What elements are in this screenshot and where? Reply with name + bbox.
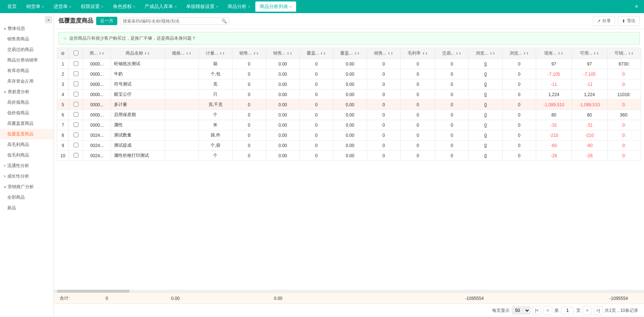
nav-tab-home[interactable]: 首页 — [3, 1, 21, 12]
th-sales-qty[interactable]: 销售... ⬆⬇ — [232, 48, 266, 59]
row-checkbox[interactable] — [69, 79, 83, 90]
th-settings[interactable]: ⚙ — [57, 48, 69, 59]
nav-tab-permission[interactable]: 权限设置 × — [76, 1, 108, 12]
sidebar-item-in-stock[interactable]: 有库存商品 — [0, 66, 54, 76]
th-cover2[interactable]: 覆盖... ⬆⬇ — [333, 48, 367, 59]
select-all-checkbox[interactable] — [74, 51, 78, 55]
th-gross-rate[interactable]: 毛利率 ⬆⬇ — [401, 48, 435, 59]
sidebar-item-low-coverage[interactable]: 低覆盖度商品 — [0, 129, 54, 139]
close-icon[interactable]: × — [42, 5, 44, 9]
sidebar-item-traded-goods[interactable]: 交易过的商品 — [0, 44, 54, 55]
search-icon[interactable]: 🔍 — [221, 19, 227, 24]
row-checkbox[interactable] — [69, 90, 83, 100]
sidebar-item-high-value[interactable]: 高价值商品 — [0, 97, 54, 108]
page-number-input[interactable] — [561, 307, 574, 314]
row-checkbox[interactable] — [69, 59, 83, 69]
close-icon[interactable]: × — [290, 5, 292, 9]
th-current-stock[interactable]: 现有... ⬆⬇ — [536, 48, 572, 59]
export-button[interactable]: ⬆ 导出 — [618, 16, 640, 26]
th-name[interactable]: 商品名称 ⬆⬇ — [111, 48, 165, 59]
row-checkbox[interactable] — [69, 100, 83, 110]
th-trade[interactable]: 交易... ⬆⬇ — [435, 48, 469, 59]
sidebar-item-stock-capital[interactable]: 库存资金占用 — [0, 76, 54, 87]
search-input[interactable] — [123, 19, 220, 24]
row-browse1[interactable]: 0 — [469, 90, 502, 100]
prev-page-button[interactable]: < — [543, 306, 552, 315]
row-browse1[interactable]: 0 — [469, 69, 502, 79]
row-checkbox[interactable] — [69, 69, 83, 79]
row-checkbox[interactable] — [69, 140, 83, 151]
row-browse1[interactable]: 0 — [469, 59, 502, 69]
last-page-button[interactable]: >| — [594, 306, 602, 315]
th-checkbox[interactable] — [69, 48, 83, 59]
sidebar-section-coverage[interactable]: ∨ 类射度分析 — [0, 87, 54, 97]
th-browse2[interactable]: 浏览... ⬆⬇ — [502, 48, 536, 59]
close-icon[interactable]: × — [216, 5, 218, 9]
nav-tab-sales[interactable]: 销货单 × — [22, 1, 48, 12]
sidebar-item-low-margin[interactable]: 低毛利商品 — [0, 150, 54, 161]
row-browse1[interactable]: 0 — [469, 79, 502, 90]
page-size-select[interactable]: 50 100 200 — [512, 306, 530, 314]
th-available[interactable]: 可用... ⬆⬇ — [572, 48, 607, 59]
row-select-checkbox[interactable] — [74, 82, 78, 86]
sidebar-item-all-goods[interactable]: 全部商品 — [0, 192, 54, 203]
th-code[interactable]: 商... ⬆⬇ — [83, 48, 111, 59]
row-browse1[interactable]: 0 — [469, 140, 502, 151]
share-button[interactable]: ↗ 分享 — [593, 16, 615, 26]
close-all-tabs-button[interactable]: × — [632, 3, 641, 10]
close-icon[interactable]: × — [174, 5, 177, 9]
nav-tab-product-analysis-list[interactable]: 商品分析列表 × — [255, 1, 296, 12]
row-select-checkbox[interactable] — [74, 143, 78, 147]
row-browse1[interactable]: 0 — [469, 130, 502, 140]
th-sales-amt[interactable]: 销售... ⬆⬇ — [266, 48, 299, 59]
th-saleable[interactable]: 可销... ⬆⬇ — [607, 48, 641, 59]
sidebar-item-new-goods[interactable]: 新品 — [0, 203, 54, 213]
scrollbar-thumb[interactable] — [57, 290, 130, 293]
th-unit[interactable]: 计量... ⬆⬇ — [199, 48, 232, 59]
th-cover1[interactable]: 覆盖... ⬆⬇ — [299, 48, 333, 59]
sidebar-collapse-button[interactable]: « — [45, 16, 52, 23]
sidebar-section-overall[interactable]: ∨ 整体信息 — [0, 23, 54, 34]
th-spec[interactable]: 规格... ⬆⬇ — [165, 48, 199, 59]
close-icon[interactable]: × — [101, 5, 103, 9]
sidebar-item-high-coverage[interactable]: 高覆盖度商品 — [0, 118, 54, 129]
close-icon[interactable]: × — [133, 5, 136, 9]
row-browse1[interactable]: 0 — [469, 100, 502, 110]
th-browse1[interactable]: 浏览... ⬆⬇ — [469, 48, 502, 59]
nav-tab-product-warehouse[interactable]: 产成品入库单 × — [140, 1, 181, 12]
row-checkbox[interactable] — [69, 110, 83, 120]
row-browse1[interactable]: 0 — [469, 120, 502, 130]
horizontal-scrollbar[interactable] — [54, 290, 644, 293]
row-select-checkbox[interactable] — [74, 71, 78, 76]
row-checkbox[interactable] — [69, 120, 83, 130]
table-wrapper[interactable]: ⚙ 商... ⬆⬇ 商品名称 ⬆⬇ 规格... ⬆⬇ 计量... ⬆⬇ 销售..… — [54, 48, 644, 290]
row-select-checkbox[interactable] — [74, 122, 78, 127]
row-select-checkbox[interactable] — [74, 61, 78, 66]
row-select-checkbox[interactable] — [74, 112, 78, 117]
nav-tab-role[interactable]: 角色授权 × — [109, 1, 140, 12]
nav-tab-template[interactable]: 单据模板设置 × — [182, 1, 223, 12]
nav-tab-purchase[interactable]: 进货单 × — [49, 1, 76, 12]
row-checkbox[interactable] — [69, 130, 83, 140]
sidebar-item-low-value[interactable]: 低价值商品 — [0, 108, 54, 118]
sidebar-item-category-rate[interactable]: 商品分类动销率 — [0, 55, 54, 66]
sidebar-section-flow[interactable]: > 流通性分析 — [0, 161, 54, 171]
row-browse1[interactable]: 0 — [469, 110, 502, 120]
row-checkbox[interactable] — [69, 151, 83, 161]
th-sales3[interactable]: 销售... ⬆⬇ — [367, 48, 400, 59]
nav-tab-product-analysis[interactable]: 商品分析 × — [223, 1, 255, 12]
first-page-button[interactable]: |< — [533, 306, 541, 315]
next-page-button[interactable]: > — [583, 306, 592, 315]
sidebar-item-high-margin[interactable]: 高毛利商品 — [0, 139, 54, 150]
filter-recent-month-button[interactable]: 近一月 — [96, 17, 117, 25]
sidebar-section-growth[interactable]: > 成长性分析 — [0, 171, 54, 182]
row-select-checkbox[interactable] — [74, 132, 78, 137]
close-icon[interactable]: × — [248, 5, 250, 9]
row-browse1[interactable]: 0 — [469, 151, 502, 161]
row-select-checkbox[interactable] — [74, 102, 78, 107]
row-select-checkbox[interactable] — [74, 153, 78, 158]
sidebar-item-sales-goods[interactable]: 销售类商品 — [0, 34, 54, 44]
row-select-checkbox[interactable] — [74, 92, 78, 96]
close-icon[interactable]: × — [69, 5, 71, 9]
sidebar-section-marketing[interactable]: ∨ 营销推广分析 — [0, 182, 54, 192]
